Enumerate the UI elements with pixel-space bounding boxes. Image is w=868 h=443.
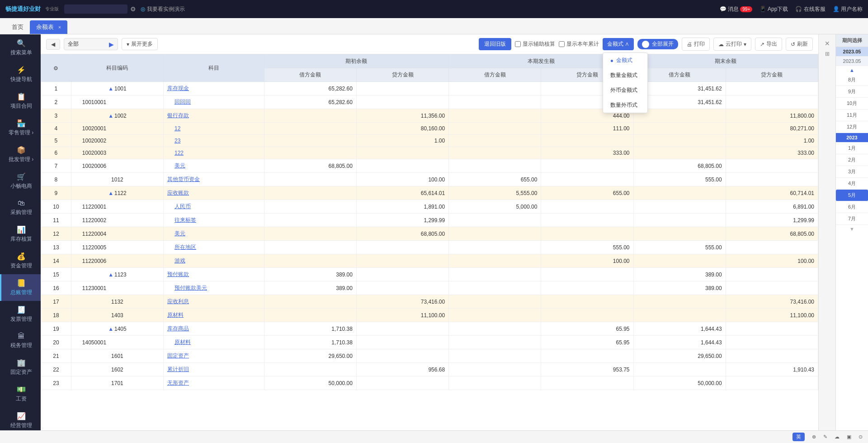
sidebar-item-retail[interactable]: 🏪 零售管理 › (0, 114, 41, 141)
table-row-subject[interactable]: 预付账款 (164, 268, 264, 281)
table-row-subject[interactable]: 无形资产 (164, 376, 264, 390)
sidebar-item-fixed-assets[interactable]: 🏢 固定资产 (0, 354, 41, 381)
period-month-3[interactable]: 3月 (836, 166, 868, 178)
period-month-10[interactable]: 10月 (836, 98, 868, 110)
message-icon[interactable]: 💬 消息 99+ (720, 5, 753, 13)
table-row-subject[interactable]: 人民币 (164, 200, 264, 214)
table-row-subject[interactable]: 美元 (164, 159, 264, 173)
sidebar-item-quicknav[interactable]: ⚡ 快捷导航 (0, 61, 41, 88)
prev-btn[interactable]: ◀ (46, 39, 60, 50)
sidebar-item-operations[interactable]: 📈 经营管理 (0, 407, 41, 430)
table-settings-icon[interactable]: ⚙ (53, 65, 58, 71)
table-row-subject[interactable]: 12 (164, 123, 264, 135)
format-option-foreign-amount[interactable]: 外币金额式 (603, 83, 647, 98)
table-row-close-debit (633, 123, 726, 135)
sidebar-item-funds[interactable]: 💰 资金管理 (0, 248, 41, 274)
table-row-subject[interactable]: 库存现金 (164, 82, 264, 95)
table-row-subject[interactable]: 累计折旧 (164, 363, 264, 376)
table-row-subject[interactable]: 预付账款美元 (164, 281, 264, 295)
status-icon-3[interactable]: ☁ (835, 434, 840, 440)
table-row-subject[interactable]: 原材料 (164, 309, 264, 322)
table-row-subject[interactable]: 其他货币资金 (164, 173, 264, 186)
table-row-subject[interactable]: 应收利息 (164, 295, 264, 309)
period-month-8[interactable]: 8月 (836, 74, 868, 86)
table-row-subject[interactable]: 美元 (164, 227, 264, 241)
close-credit-header: 贷方金额 (726, 68, 818, 82)
top-search-input[interactable] (64, 5, 127, 14)
tab-home[interactable]: 首页 (5, 20, 30, 34)
table-row-code: 10020003 (71, 147, 163, 159)
sidebar-item-tax[interactable]: 🏛 税务管理 (0, 328, 41, 354)
period-month-12[interactable]: 12月 (836, 121, 868, 133)
sidebar-item-purchase[interactable]: 🛍 采购管理 (0, 195, 41, 221)
table-row-subject[interactable]: 库存商品 (164, 322, 264, 336)
table-row-period-debit (449, 336, 541, 349)
sidebar-item-label: 小畅电商 (1, 182, 41, 190)
period-nav-up[interactable]: ▲ (836, 66, 868, 74)
table-row-subject[interactable]: 固定资产 (164, 349, 264, 363)
status-lang-btn[interactable]: 英 (793, 433, 805, 441)
table-row-period-debit (449, 123, 541, 135)
period-month-1[interactable]: 1月 (836, 143, 868, 154)
status-icon-2[interactable]: ✎ (823, 434, 827, 440)
toolbar: ◀ 全部 ▶ ▾ 展开更多 退回旧版 显示辅助核算 显示本年累计 (41, 34, 818, 54)
period-month-5[interactable]: 5月 (836, 190, 868, 201)
app-download-link[interactable]: 📱 App下载 (760, 5, 788, 13)
purchase-icon: 🛍 (1, 199, 41, 207)
online-service-link[interactable]: 🎧 在线客服 (795, 5, 825, 13)
period-month-4[interactable]: 4月 (836, 178, 868, 190)
table-row-code: 14050001 (71, 336, 163, 349)
table-row-subject[interactable]: 原材料 (164, 336, 264, 349)
period-month-11[interactable]: 11月 (836, 110, 868, 121)
table-row-code: 11220006 (71, 254, 163, 268)
tab-close-icon[interactable]: × (58, 24, 61, 30)
table-row-code: 10020001 (71, 123, 163, 135)
period-month-9[interactable]: 9月 (836, 86, 868, 98)
status-icon-5[interactable]: ⊙ (859, 434, 863, 440)
sidebar-item-inventory[interactable]: 📊 库存核算 (0, 221, 41, 248)
demo-link[interactable]: ◎ 我要看实例演示 (141, 5, 185, 13)
period-month-6[interactable]: 6月 (836, 201, 868, 213)
table-row-subject[interactable]: 122 (164, 147, 264, 159)
table-row-subject[interactable]: 游戏 (164, 254, 264, 268)
back-old-btn[interactable]: 退回旧版 (479, 38, 511, 50)
panel-expand-icon[interactable]: ⊞ (825, 51, 830, 57)
expand-btn[interactable]: ▾ 展开更多 (122, 38, 158, 50)
sidebar-item-search[interactable]: 🔍 搜索菜单 (0, 34, 41, 61)
period-month-2[interactable]: 2月 (836, 154, 868, 166)
table-row-subject[interactable]: 应收账款 (164, 186, 264, 200)
format-option-qty-amount[interactable]: 数量金额式 (603, 68, 647, 83)
export-btn[interactable]: ↗ 导出 (755, 38, 782, 51)
user-avatar[interactable]: 👤 用户名称 (833, 5, 863, 13)
format-option-qty-foreign[interactable]: 数量外币式 (603, 98, 647, 113)
period-nav-down[interactable]: ▼ (836, 225, 868, 233)
sidebar-item-invoice[interactable]: 🧾 发票管理 (0, 301, 41, 328)
format-dropdown-btn[interactable]: 金额式 ∧ (603, 38, 634, 50)
refresh-btn[interactable]: ↺ 刷新 (786, 38, 813, 51)
sidebar-item-wholesale[interactable]: 📦 批发管理 › (0, 141, 41, 168)
status-icon-1[interactable]: ⊕ (812, 434, 816, 440)
table-row-close-debit: 50,000.00 (633, 376, 726, 390)
print-btn[interactable]: 🖨 打印 (682, 38, 710, 51)
sidebar-item-ecommerce[interactable]: 🛒 小畅电商 (0, 168, 41, 195)
sidebar-item-payroll[interactable]: 💵 工资 (0, 381, 41, 407)
table-row-open-debit (264, 309, 356, 322)
tab-balance-sheet[interactable]: 余额表 × (30, 20, 67, 34)
show-aux-checkbox[interactable]: 显示辅助核算 (515, 40, 555, 48)
status-icon-4[interactable]: ▣ (847, 434, 851, 440)
toggle-expand-switch[interactable]: 全部展开 (637, 39, 678, 49)
sidebar-item-ledger[interactable]: 📒 总账管理 (0, 274, 41, 301)
table-row-subject[interactable]: 回回回 (164, 95, 264, 109)
table-row-subject[interactable]: 银行存款 (164, 109, 264, 123)
sidebar-item-project[interactable]: 📋 项目合同 (0, 88, 41, 114)
config-icon[interactable]: ⚙ (130, 5, 136, 13)
format-option-amount[interactable]: ● 金额式 (603, 53, 647, 68)
table-row-subject[interactable]: 23 (164, 135, 264, 147)
panel-close-icon[interactable]: ✕ (823, 38, 832, 49)
table-row-subject[interactable]: 往来标签 (164, 214, 264, 227)
show-ytd-checkbox[interactable]: 显示本年累计 (559, 40, 599, 48)
period-month-7[interactable]: 7月 (836, 213, 868, 225)
cloud-print-btn[interactable]: ☁ 云打印 ▾ (713, 38, 751, 51)
table-row-subject[interactable]: 所在地区 (164, 241, 264, 254)
search-box-arrow[interactable]: ▶ (109, 41, 114, 48)
